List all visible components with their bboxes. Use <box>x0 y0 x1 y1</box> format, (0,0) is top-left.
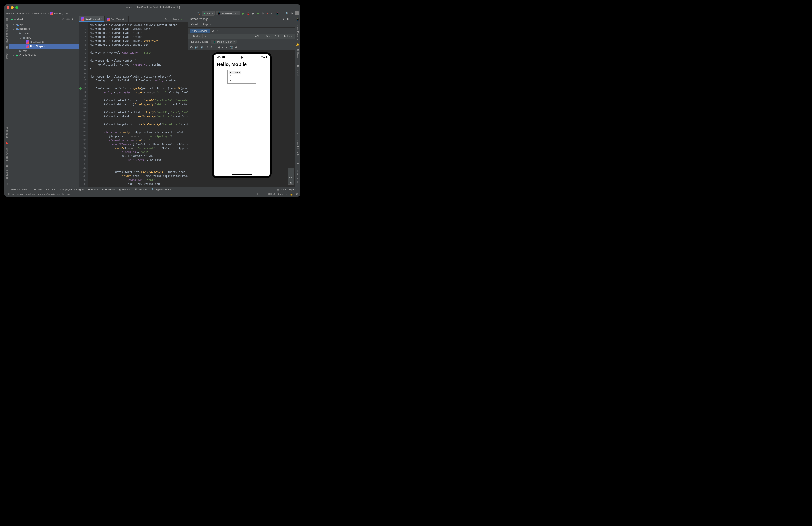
rotate-right-icon[interactable]: ⟳ <box>210 46 213 49</box>
maximize-icon[interactable] <box>15 6 18 9</box>
bookmarks-icon[interactable]: 🔖 <box>5 141 9 144</box>
hide-icon[interactable]: — <box>291 17 293 20</box>
breadcrumb[interactable]: android› buildSrc› src› main› kotlin› Ru… <box>6 12 68 15</box>
gear-icon[interactable]: ⚙ <box>72 17 74 20</box>
add-item-button[interactable]: Add Item <box>229 71 242 74</box>
close-icon[interactable] <box>6 6 9 9</box>
structure-icon[interactable]: ⌬ <box>6 182 8 185</box>
create-device-button[interactable]: Create device <box>190 29 210 33</box>
volume-down-icon[interactable]: 🔉 <box>200 46 204 49</box>
build-icon[interactable]: 🔨 <box>197 12 200 15</box>
logcat-tab[interactable]: ≡ Logcat <box>46 188 55 191</box>
zoom-fit-button[interactable]: ▣ <box>288 180 294 185</box>
tab-rustplugin[interactable]: RustPlugin.kt× <box>79 16 105 22</box>
volume-up-icon[interactable]: 🔊 <box>195 46 198 49</box>
running-devices-tab[interactable]: Running Devices <box>296 167 299 185</box>
device-manager-tab[interactable]: Device Manager <box>296 23 299 41</box>
version-control-tab[interactable]: ⎇ Version Control <box>6 188 27 191</box>
tree-item-main[interactable]: ⌄🖿main <box>9 31 79 35</box>
refresh-icon[interactable]: ⟳ <box>212 29 214 32</box>
close-icon[interactable]: × <box>101 18 102 20</box>
tree-item-test[interactable]: ›🖿test <box>9 49 79 53</box>
crumb[interactable]: src <box>28 12 31 15</box>
todo-tab[interactable]: ≣ TODO <box>88 188 98 191</box>
tree-item-gradle[interactable]: ›⬢Gradle Scripts <box>9 53 79 58</box>
tree-item-app[interactable]: ›🖿app <box>9 22 79 27</box>
layout-inspector-tab[interactable]: ▤ Layout Inspector <box>277 188 298 191</box>
readonly-icon[interactable]: 🔓 <box>290 193 293 196</box>
record-icon[interactable]: ⏺ <box>235 46 238 49</box>
project-tab[interactable]: Project <box>5 51 8 60</box>
build-variants-tab[interactable]: Build Variants <box>5 147 8 162</box>
sdk-icon[interactable]: ⬇ <box>280 12 284 15</box>
run-config-selector[interactable]: ▲app▾ <box>202 11 215 16</box>
debug-icon[interactable]: 🐞 <box>246 12 250 15</box>
project-icon[interactable]: ▣ <box>5 46 8 49</box>
android-nav-handle[interactable] <box>232 174 252 175</box>
zoom-reset-button[interactable]: 1:1 <box>288 176 294 180</box>
reader-mode-toggle[interactable]: Reader Mode <box>164 18 179 20</box>
gradle-tab[interactable]: Gradle <box>296 70 299 78</box>
tab-buildtask[interactable]: BuildTask.kt× <box>105 16 129 22</box>
home-icon[interactable]: ● <box>222 46 223 49</box>
select-opened-icon[interactable]: ⊙ <box>62 17 64 20</box>
build-variants-icon[interactable]: ▦ <box>5 164 8 167</box>
overview-icon[interactable]: ■ <box>226 46 227 49</box>
more-icon[interactable]: ⋮ <box>184 18 186 20</box>
attach-debugger-icon[interactable]: ⚙ <box>261 12 264 15</box>
minimize-icon[interactable] <box>11 6 14 9</box>
avd-icon[interactable]: 📱 <box>275 12 279 15</box>
terminal-tab[interactable]: ▣ Terminal <box>119 188 131 191</box>
structure-tab[interactable]: Structure <box>5 169 8 180</box>
crumb-file[interactable]: RustPlugin.kt <box>54 12 68 15</box>
device-screen[interactable]: 9:47 ⬤ ▾▴▮ Hello, Mobile Add Item - 1 - … <box>214 54 270 176</box>
hide-icon[interactable]: — <box>75 17 77 20</box>
profile-icon[interactable]: ◆ <box>256 12 260 15</box>
gear-icon[interactable]: ⚙ <box>287 17 289 20</box>
status-message[interactable]: ☐ Failed to start monitoring emulator-55… <box>6 193 70 196</box>
gradle-icon[interactable]: ⬢ <box>297 64 299 67</box>
running-devices-icon[interactable]: ▶ <box>297 162 299 165</box>
bookmarks-tab[interactable]: Bookmarks <box>5 126 8 139</box>
tab-virtual[interactable]: Virtual <box>188 22 200 27</box>
collapse-icon[interactable]: ⇤ <box>68 17 71 20</box>
notifications-icon[interactable]: 🔔 <box>296 43 300 46</box>
zoom-in-button[interactable]: + <box>288 168 294 172</box>
power-icon[interactable]: ⏻ <box>190 46 193 49</box>
notifications-tab[interactable]: Notifications <box>296 48 299 62</box>
search-icon[interactable]: 🔍 <box>285 12 289 15</box>
device-selector[interactable]: 📱 Pixel 6 API 34▾ <box>216 11 240 15</box>
device-manager-icon[interactable]: 📱 <box>296 18 300 21</box>
caret-position[interactable]: 1:1 <box>257 193 260 196</box>
indent[interactable]: 4 spaces <box>278 193 287 196</box>
crumb[interactable]: main <box>33 12 39 15</box>
app-inspection-tab[interactable]: 🔍 App Inspection <box>151 188 172 191</box>
rotate-left-icon[interactable]: ⟲ <box>206 46 208 49</box>
code-content[interactable]: "kw">import com.android.build.api.dsl.Ap… <box>88 22 188 187</box>
line-separator[interactable]: LF <box>263 193 265 196</box>
encoding[interactable]: UTF-8 <box>268 193 275 196</box>
close-icon[interactable]: × <box>125 18 126 20</box>
more-icon[interactable]: ⋮ <box>240 46 243 49</box>
sync-icon[interactable]: ⟳ <box>271 12 274 15</box>
crumb[interactable]: buildSrc <box>16 12 25 15</box>
coverage-icon[interactable]: ▶ <box>251 12 255 15</box>
running-device-pill[interactable]: 📱 Pixel 6 API 34 × <box>211 40 236 43</box>
crumb[interactable]: kotlin <box>42 12 47 15</box>
user-icon[interactable] <box>295 12 299 15</box>
expand-icon[interactable]: ⇥ <box>65 17 68 20</box>
device-file-explorer-icon[interactable]: 🗀 <box>296 133 299 136</box>
services-tab[interactable]: ⚙ Services <box>135 188 147 191</box>
resource-manager-icon[interactable]: ▤ <box>5 18 8 21</box>
device-file-explorer-tab[interactable]: Device File Explorer <box>296 138 299 159</box>
resource-manager-tab[interactable]: Resource Manager <box>5 23 8 43</box>
gear-icon[interactable]: ⚙ <box>290 12 293 15</box>
help-icon[interactable]: ? <box>216 29 218 32</box>
check-icon[interactable]: ✓ <box>181 18 183 20</box>
crumb[interactable]: android <box>6 12 14 15</box>
tree-item-java[interactable]: ⌄🖿java <box>9 35 79 40</box>
memory-icon[interactable]: ▣ <box>296 193 298 196</box>
zoom-out-button[interactable]: − <box>288 172 294 176</box>
back-icon[interactable]: ◀ <box>218 46 220 49</box>
profiler-tab[interactable]: ⏱ Profiler <box>31 188 42 191</box>
